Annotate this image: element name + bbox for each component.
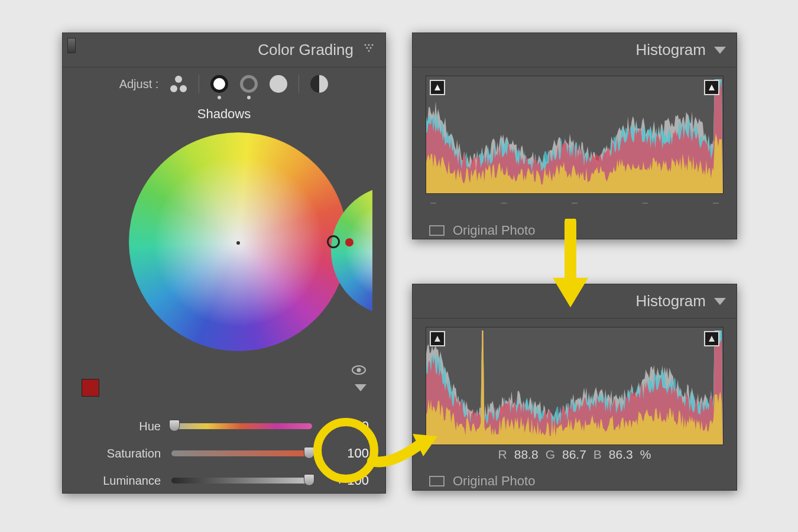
svg-marker-10: [434, 336, 440, 342]
section-title: Shadows: [76, 106, 372, 122]
current-color-swatch[interactable]: [82, 379, 99, 397]
filter-icon[interactable]: [363, 41, 375, 59]
adjust-midtones-icon[interactable]: [239, 74, 258, 93]
wheel-center-dot: [236, 241, 240, 245]
zone-shadows[interactable]: –: [501, 196, 507, 209]
panel-title: Histogram: [636, 292, 706, 310]
svg-point-2: [372, 44, 374, 46]
rgb-b-label: B: [593, 447, 602, 462]
histogram-display[interactable]: [426, 76, 724, 194]
rgb-r-value: 88.8: [514, 447, 539, 462]
panel-header: Histogram: [413, 284, 737, 319]
wheel-picker-ring[interactable]: [327, 235, 340, 248]
panel-header: Histogram: [413, 33, 737, 67]
luminance-slider[interactable]: [171, 478, 312, 484]
original-photo-row[interactable]: Original Photo: [426, 462, 724, 489]
shadow-clipping-icon[interactable]: [430, 331, 445, 346]
highlight-clipping-icon[interactable]: [704, 331, 719, 346]
luminance-value[interactable]: + 100: [323, 473, 369, 488]
svg-point-5: [368, 50, 370, 52]
luminance-slider-row: Luminance + 100: [91, 467, 369, 494]
zone-highlights[interactable]: –: [642, 196, 648, 209]
svg-point-3: [366, 47, 368, 49]
histogram-chart: [426, 76, 723, 194]
svg-point-0: [365, 44, 366, 46]
panel-drag-handle[interactable]: [67, 38, 76, 53]
histogram-chart: [426, 327, 723, 445]
saturation-slider[interactable]: [171, 450, 312, 456]
adjust-label: Adjust :: [119, 77, 159, 91]
luminance-label: Luminance: [91, 474, 161, 488]
highlight-clipping-icon[interactable]: [704, 80, 719, 95]
original-photo-row[interactable]: Original Photo: [426, 211, 724, 238]
panel-title: Histogram: [636, 41, 706, 59]
histogram-panel-before: Histogram – – – – – Original Photo: [412, 33, 737, 239]
hue-slider[interactable]: [171, 423, 312, 429]
wheel-picker-dot[interactable]: [345, 238, 353, 246]
histogram-rgb-readout: R 88.8 G 86.7 B 86.3 %: [426, 445, 724, 462]
rgb-g-value: 86.7: [562, 447, 586, 462]
svg-marker-11: [709, 336, 715, 342]
original-photo-icon: [429, 225, 445, 236]
hue-value[interactable]: 0: [323, 419, 369, 434]
adjust-shadows-icon[interactable]: [210, 74, 229, 93]
svg-point-1: [368, 44, 370, 46]
histogram-panel-after: Histogram R 88.8 G 86.7 B 86.3 % Origina…: [412, 284, 737, 491]
rgb-g-label: G: [546, 447, 555, 462]
visibility-toggle-icon[interactable]: [351, 364, 366, 378]
adjust-mode-row: Adjust :: [76, 74, 372, 93]
zone-exposure[interactable]: –: [572, 196, 578, 209]
rgb-pct-label: %: [640, 447, 651, 462]
saturation-value[interactable]: 100: [323, 446, 369, 461]
hue-slider-row: Hue 0: [91, 413, 369, 440]
svg-point-4: [370, 47, 372, 49]
rgb-b-value: 86.3: [609, 447, 633, 462]
shadow-clipping-icon[interactable]: [430, 80, 445, 95]
luminance-knob[interactable]: [304, 474, 314, 486]
histogram-display[interactable]: [426, 327, 724, 445]
panel-collapse-icon[interactable]: [714, 298, 726, 305]
hue-label: Hue: [91, 420, 161, 433]
saturation-slider-row: Saturation 100: [91, 440, 369, 467]
original-photo-label: Original Photo: [453, 223, 535, 238]
saturation-knob[interactable]: [304, 447, 314, 459]
saturation-label: Saturation: [91, 447, 161, 460]
hue-knob[interactable]: [169, 420, 180, 432]
svg-marker-9: [709, 85, 715, 90]
panel-header: Color Grading: [63, 33, 385, 67]
sliders-collapse-icon[interactable]: [355, 384, 366, 391]
original-photo-label: Original Photo: [453, 473, 535, 489]
rgb-r-label: R: [498, 447, 507, 462]
zone-blacks[interactable]: –: [430, 196, 436, 209]
separator: [199, 75, 199, 93]
histogram-zone-row[interactable]: – – – – –: [426, 194, 724, 211]
separator: [299, 75, 299, 93]
adjust-highlights-icon[interactable]: [269, 74, 288, 93]
panel-title: Color Grading: [258, 41, 353, 59]
color-grading-panel: Color Grading Adjust : Shadows: [62, 33, 386, 494]
adjust-three-way-icon[interactable]: [169, 74, 188, 93]
adjust-global-icon[interactable]: [310, 74, 329, 93]
original-photo-icon: [429, 476, 445, 486]
panel-collapse-icon[interactable]: [714, 47, 726, 54]
sliders-group: Hue 0 Saturation 100 Luminance + 100: [91, 413, 369, 494]
zone-whites[interactable]: –: [713, 196, 719, 209]
svg-marker-8: [434, 85, 440, 90]
svg-point-7: [357, 368, 361, 372]
